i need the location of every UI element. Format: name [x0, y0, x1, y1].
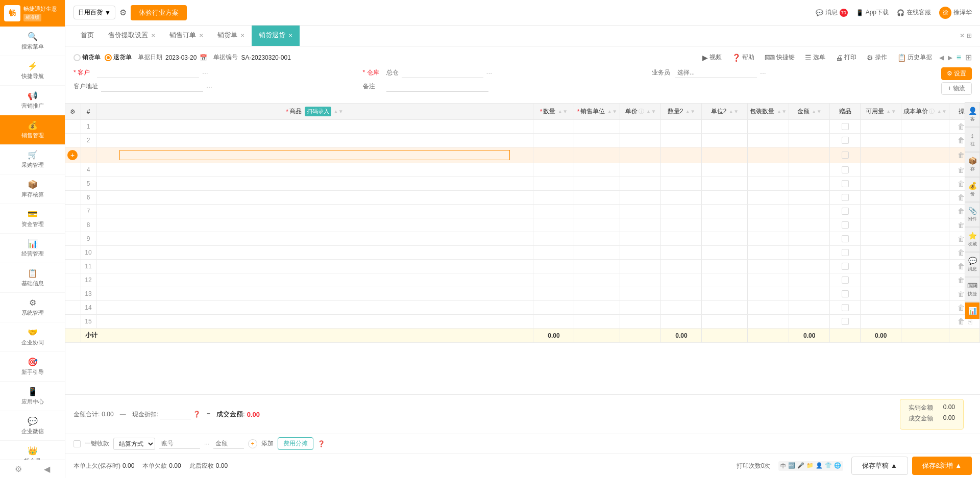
unit-cell[interactable] [574, 177, 620, 191]
delete-row-btn[interactable]: 🗑 [958, 290, 965, 298]
qty-cell[interactable] [533, 177, 574, 191]
price-cell[interactable] [620, 163, 661, 177]
cost-cell[interactable] [901, 218, 949, 232]
sidebar-item-应用中心[interactable]: 📱应用中心 [0, 382, 65, 411]
price-cell[interactable] [620, 315, 661, 329]
amount-input[interactable] [213, 438, 244, 449]
pack-cell[interactable] [748, 301, 789, 315]
unit2-cell[interactable] [702, 301, 748, 315]
avail-cell[interactable] [861, 315, 901, 329]
calendar-icon[interactable]: 📅 [200, 54, 207, 61]
print-btn[interactable]: 🖨 打印 [832, 52, 860, 63]
qty2-cell[interactable] [661, 218, 702, 232]
radio-return[interactable]: 退货单 [105, 53, 132, 62]
amount-cell[interactable] [789, 120, 830, 134]
unit-cell[interactable] [574, 205, 620, 218]
qty-cell[interactable] [533, 147, 574, 163]
avail-cell[interactable] [861, 260, 901, 273]
tab-首页[interactable]: 首页 [74, 26, 101, 46]
remarks-input[interactable] [386, 81, 488, 92]
amount-cell[interactable] [789, 177, 830, 191]
price-cell[interactable] [620, 205, 661, 218]
customer-input[interactable] [97, 67, 199, 78]
unit-sort-icon[interactable]: ▲▼ [607, 109, 617, 114]
sidebar-item-经营管理[interactable]: 📊经营管理 [0, 234, 65, 263]
avail-cell[interactable] [861, 218, 901, 232]
cost-cell[interactable] [901, 246, 949, 260]
cost-cell[interactable] [901, 120, 949, 134]
qty2-cell[interactable] [661, 287, 702, 301]
amount-cell[interactable] [789, 218, 830, 232]
product-cell[interactable] [96, 315, 533, 329]
qty2-cell[interactable] [661, 260, 702, 273]
cost-cell[interactable] [901, 191, 949, 205]
gift-cell[interactable] [830, 273, 861, 287]
tab-close-icon[interactable]: ✕ [151, 33, 155, 38]
amount-cell[interactable] [789, 147, 830, 163]
unit2-cell[interactable] [702, 147, 748, 163]
sidebar-item-资金管理[interactable]: 💳资金管理 [0, 204, 65, 234]
cost-cell[interactable] [901, 134, 949, 147]
pack-cell[interactable] [748, 287, 789, 301]
amount-cell[interactable] [789, 287, 830, 301]
qty-cell[interactable] [533, 260, 574, 273]
history-prev-icon[interactable]: ◀ [939, 54, 944, 61]
delete-row-btn[interactable]: 🗑 [958, 151, 965, 159]
delete-row-btn[interactable]: 🗑 [958, 276, 965, 284]
unit2-cell[interactable] [702, 218, 748, 232]
tab-销货退货[interactable]: 销货退货✕ [252, 26, 300, 46]
delete-row-btn[interactable]: 🗑 [958, 317, 965, 325]
right-icon-往[interactable]: ↕往 [965, 127, 980, 152]
amount-cell[interactable] [789, 246, 830, 260]
expense-btn[interactable]: 费用分摊 [278, 437, 313, 450]
tab-close-icon[interactable]: ✕ [240, 33, 244, 38]
amount-sort-icon[interactable]: ▲▼ [812, 109, 822, 114]
gift-cell[interactable] [830, 260, 861, 273]
avail-cell[interactable] [861, 163, 901, 177]
gift-cell[interactable] [830, 120, 861, 134]
warehouse-dots[interactable]: ··· [486, 69, 493, 77]
qty2-cell[interactable] [661, 177, 702, 191]
delete-row-btn[interactable]: 🗑 [958, 166, 965, 174]
gift-cell[interactable] [830, 287, 861, 301]
unit2-cell[interactable] [702, 315, 748, 329]
tab-售价提取设置[interactable]: 售价提取设置✕ [101, 26, 162, 46]
right-icon-消息[interactable]: 💬消息 [965, 252, 980, 277]
unit-cell[interactable] [574, 232, 620, 246]
settings-icon[interactable]: ⚙ [15, 464, 22, 474]
gift-cell[interactable] [830, 218, 861, 232]
pack-sort-icon[interactable]: ▲▼ [776, 109, 787, 114]
pack-cell[interactable] [748, 205, 789, 218]
delete-row-btn[interactable]: 🗑 [958, 180, 965, 188]
price-cell[interactable] [620, 260, 661, 273]
sidebar-item-企业协同[interactable]: 🤝企业协同 [0, 322, 65, 352]
cost-cell[interactable] [901, 163, 949, 177]
unit-cell[interactable] [574, 218, 620, 232]
right-icon-active[interactable]: 📊 [965, 302, 980, 319]
gift-cell[interactable] [830, 177, 861, 191]
date-value[interactable]: 2023-03-20 [165, 54, 197, 61]
pack-cell[interactable] [748, 315, 789, 329]
online-service-btn[interactable]: 🎧 在线客服 [897, 8, 931, 17]
cost-cell[interactable] [901, 177, 949, 191]
discount-help-icon[interactable]: ❓ [193, 411, 201, 418]
address-dots[interactable]: ··· [206, 83, 212, 91]
cost-sort-icon[interactable]: ▲▼ [937, 109, 947, 114]
cost-info-icon[interactable]: ⓘ [929, 108, 935, 115]
amount-cell[interactable] [789, 273, 830, 287]
qty2-cell[interactable] [661, 301, 702, 315]
unit-cell[interactable] [574, 120, 620, 134]
unit2-cell[interactable] [702, 287, 748, 301]
sidebar-item-搜索菜单[interactable]: 🔍搜索菜单 [0, 27, 65, 56]
scan-btn[interactable]: 扫码录入 [305, 107, 331, 116]
table-container[interactable]: ⚙ # * 商品 扫码录入 ▲▼ * 数量▲ [65, 104, 980, 394]
avail-cell[interactable] [861, 147, 901, 163]
logistics-btn[interactable]: + 物流 [941, 82, 972, 95]
sidebar-item-库存核算[interactable]: 📦库存核算 [0, 174, 65, 204]
tab-销售订单[interactable]: 销售订单✕ [162, 26, 210, 46]
qty-cell[interactable] [533, 218, 574, 232]
product-cell[interactable] [96, 232, 533, 246]
unit-cell[interactable] [574, 315, 620, 329]
amount-cell[interactable] [789, 163, 830, 177]
avail-cell[interactable] [861, 191, 901, 205]
